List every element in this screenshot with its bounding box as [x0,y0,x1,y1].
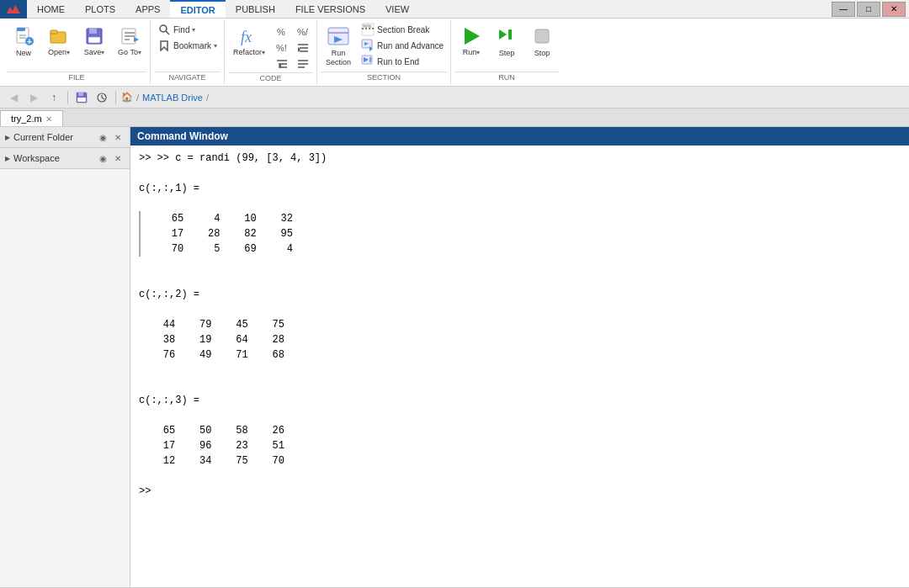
maximize-button[interactable]: □ [857,2,880,17]
current-folder-section[interactable]: ▶ Current Folder ◉ ✕ [0,127,130,148]
menu-home[interactable]: HOME [27,0,75,18]
refactor-icon: fx [237,24,261,48]
current-folder-close-btn[interactable]: ✕ [111,130,125,144]
code-btn-6[interactable] [293,56,313,71]
code-group-items: fx Refactor ▾ % [228,22,313,71]
run-button[interactable]: Run ▾ [454,22,488,59]
navigate-group-items: Find ▾ Bookmark ▾ [154,22,221,70]
open-label-row: Open ▾ [48,48,70,56]
code-btn-5[interactable] [272,56,292,71]
run-section-label: RunSection [326,49,351,67]
workspace-section[interactable]: ▶ Workspace ◉ ✕ [0,148,130,169]
file-tab-bar: try_2.m ✕ [0,109,909,127]
menu-view[interactable]: VIEW [375,0,419,18]
cmd-row-2-3: 76 49 71 68 [139,347,901,363]
stop-button[interactable]: Stop [525,22,559,61]
save-button[interactable]: Save ▾ [77,22,111,59]
code-btn-2[interactable]: %/ [293,24,313,39]
run-advance-icon [361,39,375,52]
goto-arrow: ▾ [138,49,141,56]
svg-rect-52 [77,98,86,102]
run-to-end-button[interactable]: Run to End [358,54,447,69]
find-button[interactable]: Find ▾ [154,22,221,37]
ribbon-group-navigate: Find ▾ Bookmark ▾ NAVIGATE [151,20,225,84]
step-button[interactable]: Step [490,22,524,61]
history-button[interactable] [93,89,110,106]
section-break-icon: %% [361,23,375,36]
section-break-button[interactable]: %% Section Break [358,22,447,37]
goto-icon [118,24,141,48]
code-btn-3[interactable]: %! [272,40,292,55]
matlab-drive-link[interactable]: MATLAB Drive [142,93,203,103]
code-btn-4[interactable] [293,40,313,55]
file-tab-try2[interactable]: try_2.m ✕ [0,110,63,126]
nav-separator-2 [115,91,116,104]
cmd-row-3-3: 12 34 75 70 [139,453,901,469]
cmd-matrix-1: 65 4 10 32 17 28 82 95 70 5 69 4 [139,211,901,257]
ribbon-content: + New Open [0,19,909,86]
code-btn-1[interactable]: % [272,24,292,39]
save-nav-button[interactable] [73,89,90,106]
svg-rect-49 [535,29,549,43]
forward-button[interactable]: ▶ [25,89,42,106]
bookmark-button[interactable]: Bookmark ▾ [154,38,221,53]
svg-rect-7 [50,30,57,34]
section-break-label: Section Break [377,25,429,34]
svg-text:+: + [27,37,32,46]
open-button-group: Open ▾ [42,22,76,59]
open-icon [47,24,71,48]
new-button[interactable]: + New [7,22,40,61]
cmd-blank-8 [139,408,901,423]
workspace-close-btn[interactable]: ✕ [111,151,125,165]
cmd-matrix-1-content: 65 4 10 32 17 28 82 95 70 5 69 4 [147,211,293,257]
cmd-row-3-1: 65 50 58 26 [139,423,901,438]
run-and-advance-button[interactable]: Run and Advance [358,38,447,53]
workspace-actions: ◉ ✕ [96,151,125,165]
current-folder-menu-btn[interactable]: ◉ [96,130,109,144]
command-window: Command Window >> >> c = randi (99, [3, … [130,127,909,587]
menu-editor[interactable]: EDITOR [170,0,225,18]
up-folder-button[interactable]: ↑ [45,89,62,106]
cmd-line-1: >> >> c = randi (99, [3, 4, 3]) [139,151,901,166]
menu-apps[interactable]: APPS [125,0,170,18]
current-folder-actions: ◉ ✕ [96,130,125,144]
sidebar: ▶ Current Folder ◉ ✕ ▶ Workspace ◉ ✕ [0,127,130,587]
workspace-triangle: ▶ [5,155,10,162]
menu-publish[interactable]: PUBLISH [226,0,285,18]
goto-button[interactable]: Go To ▾ [113,22,146,59]
svg-line-17 [166,31,169,34]
percent-bang-icon: %! [275,40,289,54]
menu-file-versions[interactable]: FILE VERSIONS [285,0,375,18]
outdent-icon [275,56,289,70]
menu-plots[interactable]: PLOTS [75,0,125,18]
refactor-button[interactable]: fx Refactor ▾ [228,22,270,59]
nav-separator-1 [67,91,68,104]
goto-label-row: Go To ▾ [118,48,141,56]
svg-marker-15 [134,37,139,42]
file-tabs: try_2.m ✕ [0,109,909,126]
refactor-label-row: Refactor ▾ [233,48,265,56]
file-group-label: FILE [7,72,146,82]
history-icon [96,92,108,103]
workspace-menu-btn[interactable]: ◉ [96,151,109,165]
find-arrow: ▾ [192,26,195,34]
svg-point-16 [160,25,167,32]
step-icon [495,24,518,48]
cmd-blank-9 [139,469,901,484]
command-window-body[interactable]: >> >> c = randi (99, [3, 4, 3]) c(:,:,1)… [130,146,909,587]
file-tab-close[interactable]: ✕ [45,114,52,124]
code-group-label: CODE [228,72,313,83]
close-button[interactable]: ✕ [882,2,906,17]
open-button[interactable]: Open ▾ [42,22,76,59]
content-area: Command Window >> >> c = randi (99, [3, … [130,127,909,587]
save-arrow: ▾ [101,49,104,56]
back-button[interactable]: ◀ [5,89,22,106]
app-icon [0,0,27,19]
menu-bar: HOME PLOTS APPS EDITOR PUBLISH FILE VERS… [0,0,909,19]
toolbar-nav: ◀ ▶ ↑ 🏠 / MATLAB Drive / [0,87,909,109]
run-section-button[interactable]: RunSection [321,22,356,70]
address-bar: 🏠 / MATLAB Drive / [121,92,209,103]
current-folder-label: Current Folder [13,132,73,142]
minimize-button[interactable]: — [832,2,855,17]
cmd-out-1: c(:,:,1) = [139,181,901,196]
